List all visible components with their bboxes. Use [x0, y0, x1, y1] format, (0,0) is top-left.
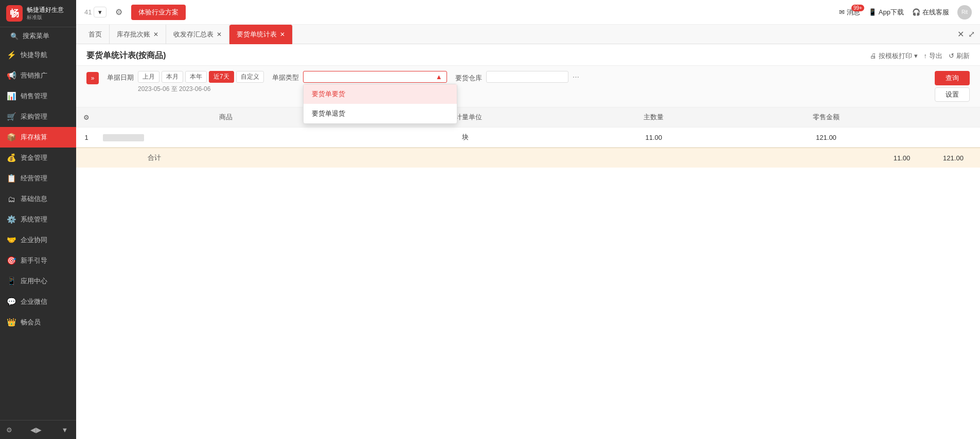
tab-order-stat[interactable]: 要货单统计表 ✕ [229, 25, 293, 44]
sidebar: 畅 畅捷通好生意 标准版 🔍 搜索菜单 ⚡ 快捷导航 📢 营销推广 📊 销售管理… [0, 0, 76, 439]
sidebar-item-system[interactable]: ⚙️ 系统管理 [0, 209, 76, 230]
topbar-gear-icon[interactable]: ⚙ [113, 6, 125, 19]
type-option-yaohuo[interactable]: 要货单要货 [304, 84, 457, 104]
row-goods [97, 127, 355, 148]
date-btn-this-month[interactable]: 本月 [162, 71, 183, 83]
col-settings[interactable]: ⚙ [76, 107, 97, 127]
topbar-online-service[interactable]: 🎧 在线客服 [912, 8, 949, 17]
sidebar-item-guide[interactable]: 🎯 新手引导 [0, 250, 76, 271]
sidebar-search-label: 搜索菜单 [23, 31, 49, 41]
page-content: 要货单统计表(按商品) 🖨 按模板打印 ▾ ↑ 导出 ↺ 刷新 » [76, 44, 980, 439]
sidebar-item-inventory[interactable]: 📦 库存核算 [0, 127, 76, 148]
sidebar-item-basic[interactable]: 🗂 基础信息 [0, 189, 76, 209]
row-no: 1 [76, 127, 97, 148]
sidebar-item-label: 资金管理 [21, 153, 47, 162]
tab-expand-btn[interactable]: ⤢ [968, 29, 975, 39]
sidebar-item-marketing[interactable]: 📢 营销推广 [0, 65, 76, 86]
sidebar-item-member[interactable]: 👑 畅会员 [0, 312, 76, 333]
sidebar-item-label: 销售管理 [21, 92, 47, 101]
date-btn-this-year[interactable]: 本年 [185, 71, 207, 83]
sidebar-item-enterprise[interactable]: 🤝 企业协同 [0, 230, 76, 250]
quicknav-icon: ⚡ [6, 50, 16, 60]
print-button[interactable]: 🖨 按模板打印 ▾ [870, 51, 918, 61]
sidebar-scroll-down[interactable]: ▼ [60, 426, 70, 434]
date-filter-btns: 上月 本月 本年 近7天 自定义 [138, 71, 264, 83]
tab-batch[interactable]: 库存批次账 ✕ [110, 25, 166, 44]
data-table: ⚙ 商品 主计量单位 主数量 零售金额 1 块 [76, 107, 980, 148]
page-title: 要货单统计表(按商品) [86, 50, 166, 61]
topbar-avatar[interactable]: Rit [957, 5, 972, 20]
date-btn-custom[interactable]: 自定义 [236, 71, 264, 83]
tab-order-stat-close[interactable]: ✕ [280, 31, 285, 38]
sidebar-item-appcenter[interactable]: 📱 应用中心 [0, 271, 76, 291]
page-header: 要货单统计表(按商品) 🖨 按模板打印 ▾ ↑ 导出 ↺ 刷新 [76, 44, 980, 66]
sidebar-item-finance[interactable]: 💰 资金管理 [0, 148, 76, 168]
type-filter: ▲ 要货单要货 要货单退货 [303, 71, 447, 83]
topbar-messages[interactable]: ✉ 消息 99+ [839, 8, 860, 17]
sidebar-search[interactable]: 🔍 搜索菜单 [0, 27, 76, 45]
tab-summary[interactable]: 收发存汇总表 ✕ [166, 25, 229, 44]
tab-close-btn[interactable]: ✕ [957, 29, 964, 39]
message-icon: ✉ [839, 8, 845, 16]
topbar-left: 41 ▾ ⚙ 体验行业方案 [84, 5, 839, 20]
marketing-icon: 📢 [6, 70, 16, 81]
warehouse-filter: 要货仓库 ··· [455, 71, 579, 83]
date-btn-last7days[interactable]: 近7天 [209, 71, 234, 83]
guide-icon: 🎯 [6, 255, 16, 266]
topbar-dropdown-value: ▾ [98, 8, 102, 16]
sidebar-item-purchase[interactable]: 🛒 采购管理 [0, 106, 76, 127]
page-header-actions: 🖨 按模板打印 ▾ ↑ 导出 ↺ 刷新 [870, 51, 970, 61]
date-filter-group: 单据日期 上月 本月 本年 近7天 自定义 2023-05-06 至 2023-… [107, 71, 264, 94]
filter-expand-button[interactable]: » [86, 72, 99, 84]
topbar-app-download-label: App下载 [879, 8, 904, 17]
member-icon: 👑 [6, 317, 16, 327]
date-btn-last-month[interactable]: 上月 [138, 71, 159, 83]
topbar-dropdown[interactable]: ▾ [94, 7, 106, 17]
sidebar-item-label: 应用中心 [21, 277, 47, 286]
sidebar-item-label: 营销推广 [21, 71, 47, 80]
tab-summary-close[interactable]: ✕ [217, 31, 222, 38]
search-icon: 🔍 [10, 32, 19, 40]
col-extra [920, 107, 980, 127]
topbar-app-download[interactable]: 📱 App下载 [868, 8, 904, 17]
table-container: ⚙ 商品 主计量单位 主数量 零售金额 1 块 [76, 107, 980, 148]
sidebar-item-label: 企业微信 [21, 297, 47, 306]
table-row: 1 块 11.00 121.00 [76, 127, 980, 148]
sidebar-item-quicknav[interactable]: ⚡ 快捷导航 [0, 45, 76, 65]
refresh-label: 刷新 [956, 51, 970, 61]
sidebar-item-label: 新手引导 [21, 256, 47, 265]
type-dropdown: 要货单要货 要货单退货 [303, 84, 457, 124]
footer-amount: 121.00 [933, 154, 974, 162]
refresh-button[interactable]: ↺ 刷新 [949, 51, 970, 61]
warehouse-label: 要货仓库 [455, 71, 482, 83]
row-qty: 11.00 [576, 127, 732, 148]
trial-button[interactable]: 体验行业方案 [131, 5, 186, 20]
sidebar-item-operation[interactable]: 📋 经营管理 [0, 168, 76, 189]
warehouse-input[interactable] [486, 71, 568, 83]
type-label: 单据类型 [272, 71, 299, 82]
query-button[interactable]: 查询 [935, 71, 970, 85]
export-button[interactable]: ↑ 导出 [924, 51, 943, 61]
sidebar-item-sales[interactable]: 📊 销售管理 [0, 86, 76, 106]
warehouse-more-icon[interactable]: ··· [573, 72, 579, 82]
sidebar-settings-icon[interactable]: ⚙ [6, 426, 12, 434]
tab-summary-label: 收发存汇总表 [173, 30, 213, 39]
tab-order-stat-label: 要货单统计表 [237, 30, 277, 39]
col-amount: 零售金额 [732, 107, 921, 127]
tab-home[interactable]: 首页 [81, 25, 110, 44]
logo-icon: 畅 [6, 5, 23, 22]
type-input[interactable]: ▲ [303, 71, 447, 83]
print-icon: 🖨 [870, 52, 877, 60]
tab-home-label: 首页 [88, 30, 102, 39]
setting-button[interactable]: 设置 [935, 87, 970, 102]
sidebar-logo: 畅 畅捷通好生意 标准版 [0, 0, 76, 27]
main-area: 41 ▾ ⚙ 体验行业方案 ✉ 消息 99+ 📱 App下载 🎧 在线客服 Ri… [76, 0, 980, 439]
sidebar-item-wechat[interactable]: 💬 企业微信 [0, 291, 76, 312]
type-option-tuihuo[interactable]: 要货单退货 [304, 104, 457, 123]
footer-label: 合计 [103, 153, 206, 162]
date-range: 2023-05-06 至 2023-06-06 [138, 85, 264, 94]
sidebar-toggle-icon[interactable]: ◀▶ [30, 426, 42, 434]
row-extra [920, 127, 980, 148]
tab-batch-close[interactable]: ✕ [153, 31, 158, 38]
operation-icon: 📋 [6, 173, 16, 184]
